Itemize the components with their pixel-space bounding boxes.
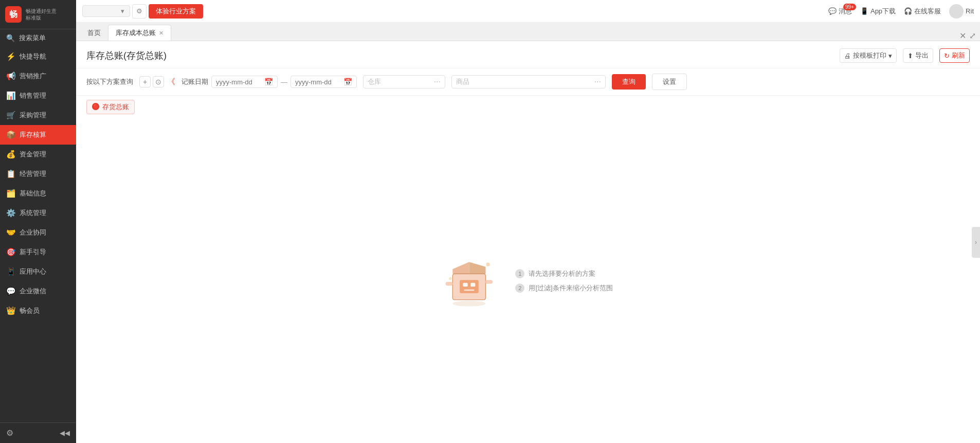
sales-icon: 📊 [6,91,15,100]
svg-rect-10 [471,282,476,286]
export-icon: ⬆ [908,52,913,60]
sidebar-item-enterprise[interactable]: 🤝 企业协同 [0,223,76,242]
filter-label: 按以下方案查询 [86,77,133,86]
sidebar-item-operations[interactable]: 📋 经营管理 [0,164,76,184]
settings-btn[interactable]: 设置 [652,74,687,90]
date-separator: — [281,78,287,86]
tabbar: 首页 库存成本总账 ✕ ✕ ⤢ [76,23,980,41]
online-service-btn[interactable]: 🎧 在线客服 [904,7,941,16]
sidebar-item-system[interactable]: ⚙️ 系统管理 [0,203,76,223]
date-end-wrap[interactable]: 📅 [291,76,357,88]
marketing-icon: 📢 [6,72,15,81]
page-content: 库存总账(存货总账) 🖨 按模板打印 ▾ ⬆ 导出 ↻ 刷新 按以下方案查询 [76,41,980,443]
sidebar-item-label: 经营管理 [20,169,46,179]
breadcrumb-dropdown-icon[interactable]: ▾ [121,7,124,15]
print-dropdown-icon[interactable]: ▾ [888,52,892,60]
panel-toggle-icon: › [975,239,977,246]
sidebar-item-basic[interactable]: 🗂️ 基础信息 [0,184,76,203]
tip-text-1: 请先选择要分析的方案 [529,269,595,278]
sidebar-collapse-icon[interactable]: ◀◀ [60,429,70,437]
date-end-input[interactable] [295,78,341,86]
industry-btn[interactable]: 体验行业方案 [149,4,203,19]
page-header: 库存总账(存货总账) 🖨 按模板打印 ▾ ⬆ 导出 ↻ 刷新 [76,41,980,68]
sidebar-item-label: 基础信息 [20,189,46,198]
filter-more-btn[interactable]: ⊙ [153,76,164,87]
purchase-icon: 🛒 [6,111,15,120]
basic-icon: 🗂️ [6,189,15,198]
sidebar-item-inventory[interactable]: 📦 库存核算 [0,125,76,145]
svg-rect-12 [446,281,453,285]
filter-collapse-btn[interactable]: 《 [167,77,175,87]
svg-rect-13 [485,280,493,283]
sidebar-item-quick-nav[interactable]: ⚡ 快捷导航 [0,47,76,66]
svg-text:🔴: 🔴 [93,103,99,110]
sidebar-item-label: 采购管理 [20,111,46,120]
calendar-start-icon[interactable]: 📅 [264,78,273,86]
breadcrumb[interactable]: ▾ [82,5,130,17]
sidebar-item-label: 资金管理 [20,150,46,159]
date-filter: 记账日期 📅 — 📅 [182,76,357,88]
topbar: ▾ ⚙ 体验行业方案 💬 消息 99+ 📱 App下载 🎧 在线客服 [76,0,980,23]
date-start-input[interactable] [216,78,262,86]
export-btn[interactable]: ⬆ 导出 [903,48,933,63]
date-filter-label: 记账日期 [182,77,208,86]
empty-tip-1: 1 请先选择要分析的方案 [515,269,612,278]
print-btn[interactable]: 🖨 按模板打印 ▾ [840,48,897,63]
svg-marker-4 [469,262,486,274]
sidebar-item-sales[interactable]: 📊 销售管理 [0,86,76,105]
sidebar-item-wechat[interactable]: 💬 企业微信 [0,281,76,301]
sidebar-item-label: 新手引导 [20,247,46,257]
sidebar-item-member[interactable]: 👑 畅会员 [0,301,76,321]
goods-more-icon[interactable]: ··· [594,77,601,86]
page-title: 库存总账(存货总账) [86,49,167,62]
panel-close-btn[interactable]: ✕ [959,31,966,41]
warehouse-filter[interactable]: 仓库 ··· [363,75,445,88]
sidebar-search-label: 搜索菜单 [19,33,46,43]
sidebar-item-marketing[interactable]: 📢 营销推广 [0,66,76,86]
goods-placeholder: 商品 [456,77,592,86]
tab-close-icon[interactable]: ✕ [159,30,164,36]
gear-button[interactable]: ⚙ [132,4,147,19]
message-btn[interactable]: 💬 消息 99+ [828,7,852,16]
sidebar-item-label: 快捷导航 [20,52,46,61]
sidebar-item-newbie[interactable]: 🎯 新手引导 [0,242,76,262]
user-name: Rit [966,7,974,15]
page-actions: 🖨 按模板打印 ▾ ⬆ 导出 ↻ 刷新 [840,48,970,63]
date-start-wrap[interactable]: 📅 [211,76,278,88]
logo-icon: 畅 [5,6,22,23]
tab-home[interactable]: 首页 [80,25,108,41]
scheme-item-label: 存货总账 [102,102,129,112]
sidebar: 畅 畅捷通好生意 标准版 🔍 搜索菜单 ⚡ 快捷导航 📢 营销推广 📊 销售管理… [0,0,76,443]
svg-rect-9 [463,282,468,286]
query-btn[interactable]: 查询 [612,74,646,90]
sidebar-item-purchase[interactable]: 🛒 采购管理 [0,105,76,125]
app-download-btn[interactable]: 📱 App下载 [860,7,896,16]
scheme-item[interactable]: 🔴 存货总账 [86,100,135,114]
system-icon: ⚙️ [6,208,15,218]
goods-filter[interactable]: 商品 ··· [451,75,606,88]
sidebar-item-finance[interactable]: 💰 资金管理 [0,145,76,164]
sidebar-settings-icon[interactable]: ⚙ [6,428,13,438]
online-service-icon: 🎧 [904,7,912,15]
finance-icon: 💰 [6,150,15,159]
sidebar-item-label: 营销推广 [20,72,46,81]
calendar-end-icon[interactable]: 📅 [343,78,352,86]
filter-add-btn[interactable]: + [139,76,151,87]
tip-text-2: 用[过滤]条件来缩小分析范围 [529,283,612,293]
right-panel-toggle[interactable]: › [972,227,980,258]
sidebar-item-app-center[interactable]: 📱 应用中心 [0,262,76,281]
sidebar-search[interactable]: 🔍 搜索菜单 [0,29,76,47]
online-service-label: 在线客服 [914,7,941,16]
svg-marker-3 [453,262,469,274]
panel-expand-btn[interactable]: ⤢ [969,31,976,41]
tab-inventory-cost[interactable]: 库存成本总账 ✕ [108,25,171,41]
tab-home-label: 首页 [87,28,101,38]
print-label: 按模板打印 [853,51,886,60]
user-avatar-btn[interactable]: Rit [949,4,974,19]
app-download-label: App下载 [870,7,896,16]
warehouse-more-icon[interactable]: ··· [434,77,441,86]
refresh-btn[interactable]: ↻ 刷新 [939,48,970,63]
filter-actions: + ⊙ 《 [139,76,175,87]
tip-num-2: 2 [515,283,524,293]
svg-rect-11 [464,289,475,291]
